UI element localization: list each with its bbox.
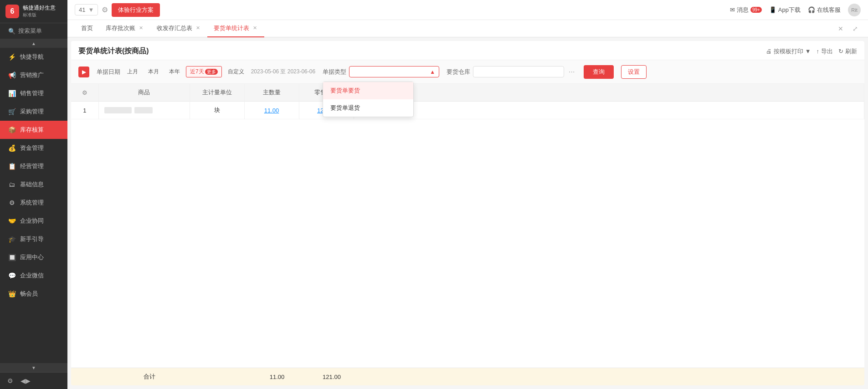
sidebar-item-label: 基础信息 <box>20 180 44 189</box>
tabs-actions: ✕ ⤢ <box>835 23 861 34</box>
tab-close-icon[interactable]: ✕ <box>138 25 144 31</box>
tab-home[interactable]: 首页 <box>75 20 99 37</box>
online-service-label: 在线客服 <box>817 6 841 14</box>
sidebar-item-operations[interactable]: 📋 经营管理 <box>0 157 67 175</box>
sidebar-item-app-center[interactable]: 🔲 应用中心 <box>0 248 67 266</box>
sidebar-item-basic[interactable]: 🗂 基础信息 <box>0 175 67 194</box>
filter-date-label: 单据日期 <box>97 68 120 76</box>
filter-btn-7days[interactable]: 近7天更多 <box>186 66 222 77</box>
cell-qty: 11.00 <box>244 102 299 119</box>
filter-warehouse-input[interactable] <box>473 66 564 77</box>
print-btn[interactable]: 🖨 按模板打印 ▼ <box>766 47 811 56</box>
sidebar-footer: ⚙ ◀▶ <box>0 372 67 389</box>
filter-type-input-field[interactable] <box>353 68 430 75</box>
dropdown-item-return[interactable]: 要货单退货 <box>323 99 413 117</box>
table-row: 1 块 11.00 121.00 <box>71 102 864 119</box>
col-extra <box>354 84 864 102</box>
app-logo-icon: 6 <box>5 5 19 18</box>
chevron-up-icon[interactable]: ▲ <box>430 69 435 75</box>
avatar: Rit <box>848 4 861 16</box>
user-avatar-btn[interactable]: Rit <box>848 4 861 16</box>
refresh-btn[interactable]: ↻ 刷新 <box>838 47 857 56</box>
filter-type-label: 单据类型 <box>323 68 346 76</box>
app-download-label: App下载 <box>778 6 801 14</box>
footer-qty: 11.00 <box>250 374 304 380</box>
refresh-icon: ↻ <box>838 48 843 55</box>
print-icon: 🖨 <box>766 48 772 55</box>
cell-unit: 块 <box>190 102 244 119</box>
system-icon: ⚙ <box>7 198 16 207</box>
sidebar-item-wechat[interactable]: 💬 企业微信 <box>0 266 67 285</box>
product-code-placeholder <box>134 107 153 113</box>
column-settings-icon[interactable]: ⚙ <box>82 89 87 96</box>
finance-icon: 💰 <box>7 143 16 153</box>
sidebar-item-label: 经营管理 <box>20 162 44 170</box>
product-name-placeholder <box>104 107 132 113</box>
sidebar-item-member[interactable]: 👑 畅会员 <box>0 285 67 303</box>
tab-label: 收发存汇总表 <box>157 24 192 32</box>
scroll-down-btn[interactable]: ▼ <box>0 363 67 372</box>
collapse-icon[interactable]: ◀▶ <box>21 377 31 384</box>
col-product: 商品 <box>98 84 190 102</box>
filter-warehouse-group: 要货仓库 ··· <box>447 66 576 77</box>
filter-btn-last-month[interactable]: 上月 <box>123 66 142 77</box>
cell-extra <box>354 102 864 119</box>
query-btn[interactable]: 查询 <box>584 65 614 79</box>
filter-btn-custom[interactable]: 自定义 <box>224 66 248 77</box>
filter-warehouse-input-field[interactable] <box>477 68 560 75</box>
page-header: 要货单统计表(按商品) 🖨 按模板打印 ▼ ↑ 导出 ↻ 刷新 <box>71 41 864 60</box>
table-header-row: ⚙ 商品 主计量单位 主数量 零售金额 <box>71 84 864 102</box>
company-selector[interactable]: 41 ▼ <box>75 4 98 15</box>
brand-name: 畅捷通好生意 <box>23 5 56 12</box>
phone-icon: 📱 <box>769 6 776 13</box>
sidebar-item-label: 应用中心 <box>20 253 44 261</box>
messages-badge: 99+ <box>750 7 762 13</box>
tab-close-icon[interactable]: ✕ <box>195 25 201 31</box>
tab-inventory-batch[interactable]: 库存批次账 ✕ <box>99 20 150 37</box>
filter-date-group: 单据日期 上月 本月 本年 近7天更多 自定义 2023-05-06 至 202… <box>97 66 315 77</box>
export-label: 导出 <box>821 47 833 56</box>
sidebar-item-enterprise[interactable]: 🤝 企业协同 <box>0 212 67 230</box>
tab-order-stats[interactable]: 要货单统计表 ✕ <box>207 20 264 37</box>
sidebar-item-finance[interactable]: 💰 资金管理 <box>0 139 67 157</box>
sidebar-item-guide[interactable]: 🎓 新手引导 <box>0 230 67 248</box>
online-service-btn[interactable]: 🎧 在线客服 <box>808 6 841 14</box>
messages-btn[interactable]: ✉ 消息 99+ <box>730 6 762 14</box>
sidebar-item-quick-nav[interactable]: ⚡ 快捷导航 <box>0 48 67 66</box>
filter-more-icon[interactable]: ··· <box>567 68 576 76</box>
filter-btn-this-year[interactable]: 本年 <box>165 66 184 77</box>
sidebar-item-system[interactable]: ⚙ 系统管理 <box>0 194 67 212</box>
sidebar-item-label: 企业微信 <box>20 271 44 280</box>
tabs-expand-btn[interactable]: ⤢ <box>850 23 861 34</box>
scroll-up-btn[interactable]: ▲ <box>0 39 67 48</box>
settings-icon[interactable]: ⚙ <box>7 377 13 384</box>
data-table: ⚙ 商品 主计量单位 主数量 零售金额 1 <box>71 84 864 119</box>
sidebar-item-purchase[interactable]: 🛒 采购管理 <box>0 102 67 121</box>
sidebar-search[interactable]: 🔍 搜索菜单 <box>0 23 67 39</box>
trial-btn[interactable]: 体验行业方案 <box>112 3 160 17</box>
sidebar-item-marketing[interactable]: 📢 营销推广 <box>0 66 67 84</box>
gear-icon[interactable]: ⚙ <box>102 5 108 14</box>
filter-expand-btn[interactable]: ▶ <box>78 67 89 77</box>
sidebar-item-label: 企业协同 <box>20 217 44 225</box>
tab-close-icon[interactable]: ✕ <box>252 25 258 31</box>
sidebar-item-inventory[interactable]: 📦 库存核算 <box>0 121 67 139</box>
setting-btn[interactable]: 设置 <box>621 65 647 79</box>
filter-btn-this-month[interactable]: 本月 <box>144 66 163 77</box>
filter-type-group: 单据类型 ▲ 要货单要货 要货单退货 <box>323 66 439 77</box>
dropdown-item-order[interactable]: 要货单要货 <box>323 82 413 99</box>
filter-type-input[interactable]: ▲ <box>349 66 439 77</box>
tab-home-label: 首页 <box>81 24 93 32</box>
app-brand: 畅捷通好生意 标准版 <box>23 5 56 18</box>
sidebar-item-sales[interactable]: 📊 销售管理 <box>0 84 67 102</box>
tabs-close-all-btn[interactable]: ✕ <box>835 23 846 34</box>
export-icon: ↑ <box>817 48 820 55</box>
col-seq: ⚙ <box>71 84 98 102</box>
operations-icon: 📋 <box>7 162 16 171</box>
app-download-btn[interactable]: 📱 App下载 <box>769 6 801 14</box>
tab-receipt-summary[interactable]: 收发存汇总表 ✕ <box>150 20 207 37</box>
guide-icon: 🎓 <box>7 235 16 244</box>
sidebar-item-label: 系统管理 <box>20 199 44 207</box>
qty-link[interactable]: 11.00 <box>264 107 279 114</box>
export-btn[interactable]: ↑ 导出 <box>817 47 833 56</box>
